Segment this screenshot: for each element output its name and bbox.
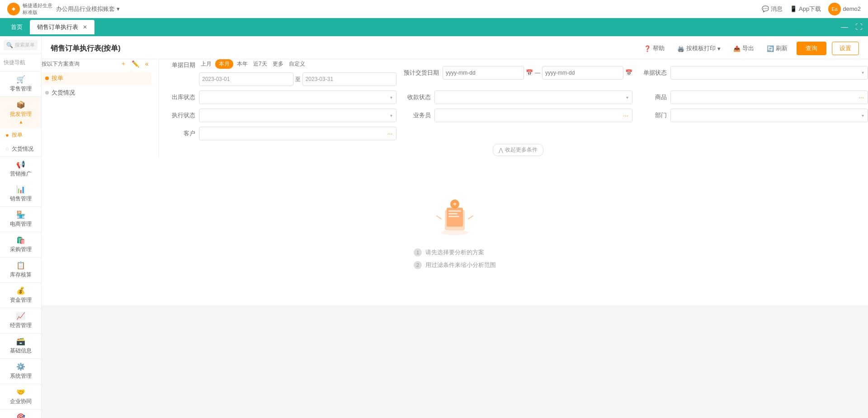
wholesale-icon: 📦 [16, 100, 25, 109]
bill-date-to-input[interactable] [302, 72, 397, 86]
bill-date-label: 单据日期 [168, 61, 195, 69]
date-last-month[interactable]: 上月 [199, 59, 213, 69]
edit-scheme-button[interactable]: ✏️ [131, 59, 140, 68]
expected-date-to-input[interactable] [542, 66, 623, 80]
filter-left: 按以下方案查询 ＋ ✏️ « 按单 [42, 59, 159, 158]
department-select[interactable]: ▾ [670, 109, 868, 122]
hint-num-1: 1 [414, 248, 422, 256]
print-button[interactable]: 🖨️ 按模板打印 ▾ [674, 43, 724, 54]
tab-home[interactable]: 首页 [4, 20, 30, 34]
sidebar-item-purchase[interactable]: 🛍️ 采购管理 [0, 232, 41, 257]
delivery-status-select[interactable]: ▾ [199, 90, 396, 104]
date-last-7[interactable]: 近7天 [251, 59, 269, 69]
svg-point-1 [441, 230, 468, 235]
goods-multi-select-icon[interactable]: ··· [859, 94, 864, 101]
collapse-row: ⋀ 收起更多条件 [168, 140, 868, 158]
filter-left-header: 按以下方案查询 ＋ ✏️ « [42, 59, 151, 68]
query-button[interactable]: 查询 [797, 42, 826, 55]
department-dropdown-icon: ▾ [862, 113, 864, 118]
help-button[interactable]: ❓ 帮助 [640, 43, 668, 54]
empty-illustration [432, 194, 477, 239]
date-custom[interactable]: 自定义 [287, 59, 307, 69]
receipt-status-field: 收款状态 ▾ [404, 90, 632, 104]
scheme-item-debt[interactable]: 欠货情况 [42, 86, 151, 99]
bill-date-range-row: 至 [168, 72, 396, 86]
scheme-dot-debt [45, 91, 49, 95]
add-scheme-button[interactable]: ＋ [119, 59, 128, 68]
calendar-to-icon[interactable]: 📅 [625, 69, 632, 76]
app-download-button[interactable]: 📱 App下载 [790, 5, 821, 13]
date-more[interactable]: 更多 [271, 59, 285, 69]
customer-multi-select-icon[interactable]: ··· [387, 130, 393, 137]
message-button[interactable]: 💬 消息 [762, 5, 783, 13]
receipt-status-dropdown-icon: ▾ [626, 95, 628, 100]
sidebar-item-basics[interactable]: 🗃️ 基础信息 [0, 333, 41, 358]
bill-status-select[interactable]: ▾ [670, 66, 868, 80]
receipt-status-select[interactable]: ▾ [434, 90, 632, 104]
date-range-separator: 至 [295, 76, 301, 83]
page-selector[interactable]: 办公用品行业模拟账套 ▾ [56, 5, 120, 13]
marketing-icon: 📢 [16, 160, 25, 169]
order-dot-icon: ● [5, 132, 9, 138]
finance-icon: 💰 [16, 286, 25, 295]
submenu-item-order[interactable]: ● 按单 [0, 128, 41, 142]
refresh-button[interactable]: 🔄 刷新 [763, 43, 791, 54]
salesperson-input-container[interactable]: ··· [434, 109, 632, 122]
sidebar-item-inventory[interactable]: 📋 库存核算 [0, 257, 41, 282]
sidebar-item-finance[interactable]: 💰 资金管理 [0, 283, 41, 308]
avatar: Ea [828, 3, 841, 15]
tab-minimize-button[interactable]: — [839, 22, 850, 33]
sidebar-item-enterprise[interactable]: 🤝 企业协同 [0, 384, 41, 409]
department-label: 部门 [640, 111, 667, 119]
calendar-from-icon[interactable]: 📅 [526, 69, 533, 76]
svg-rect-5 [448, 213, 458, 214]
main-layout: 🔍 搜索菜单 快捷导航 🛒 零售管理 📦 批发管理 ▲ ● 按单 [0, 36, 868, 418]
quick-nav[interactable]: 快捷导航 [0, 54, 41, 71]
filter-section: 按以下方案查询 ＋ ✏️ « 按单 [42, 59, 868, 158]
salesperson-multi-select-icon[interactable]: ··· [623, 112, 628, 119]
collapse-scheme-button[interactable]: « [142, 59, 151, 68]
sidebar-item-marketing[interactable]: 📢 营销推广 [0, 157, 41, 181]
tab-maximize-button[interactable]: ⛶ [854, 22, 864, 33]
sidebar-group-operations: 📈 经营管理 [0, 308, 41, 333]
page-header: 销售订单执行表(按单) ❓ 帮助 🖨️ 按模板打印 ▾ 📤 导出 [42, 36, 868, 59]
tabs-container: 首页 销售订单执行表 ✕ [4, 18, 94, 36]
sidebar-item-retail[interactable]: 🛒 零售管理 [0, 71, 41, 96]
sidebar-item-newbie[interactable]: 🎯 新手引导 [0, 409, 41, 418]
filter-grid: 单据日期 上月 本月 本年 近7天 更多 自定义 [168, 59, 868, 140]
bill-date-range: 至 [199, 72, 396, 86]
customer-field: 客户 ··· [168, 127, 396, 140]
exec-status-select[interactable]: ▾ [199, 109, 396, 122]
user-menu[interactable]: Ea demo2 [828, 3, 861, 15]
sidebar-group-inventory: 📋 库存核算 [0, 257, 41, 283]
sidebar-item-sales-mgmt[interactable]: 📊 销售管理 [0, 181, 41, 206]
page-title: 销售订单执行表(按单) [51, 44, 121, 53]
sidebar-item-system[interactable]: ⚙️ 系统管理 [0, 359, 41, 384]
settings-button[interactable]: 设置 [832, 42, 859, 55]
sidebar-item-operations[interactable]: 📈 经营管理 [0, 308, 41, 333]
scheme-item-order[interactable]: 按单 [42, 72, 151, 85]
chevron-down-icon: ▾ [117, 5, 120, 12]
bill-date-from-input[interactable] [199, 72, 293, 86]
expected-date-from-input[interactable] [443, 66, 524, 80]
delivery-status-field: 出库状态 ▾ [168, 90, 396, 104]
sidebar-item-ecommerce[interactable]: 🏪 电商管理 [0, 207, 41, 232]
export-button[interactable]: 📤 导出 [730, 43, 758, 54]
date-this-month[interactable]: 本月 [215, 59, 233, 69]
sidebar-group-purchase: 🛍️ 采购管理 [0, 232, 41, 257]
submenu-item-debt[interactable]: ○ 欠货情况 [0, 142, 41, 156]
tab-sales-order[interactable]: 销售订单执行表 ✕ [30, 20, 94, 34]
collapse-button[interactable]: ⋀ 收起更多条件 [493, 144, 543, 156]
date-this-year[interactable]: 本年 [235, 59, 250, 69]
message-icon: 💬 [762, 5, 769, 12]
date-quick-options: 上月 本月 本年 近7天 更多 自定义 [199, 59, 307, 69]
retail-icon: 🛒 [16, 75, 25, 84]
goods-input-container[interactable]: ··· [670, 90, 868, 104]
operations-icon: 📈 [16, 312, 25, 320]
tab-close-icon[interactable]: ✕ [83, 24, 87, 30]
sidebar-search[interactable]: 🔍 搜索菜单 [0, 36, 41, 54]
search-icon: 🔍 [6, 42, 13, 48]
customer-input-container[interactable]: ··· [199, 127, 396, 140]
sidebar-item-wholesale[interactable]: 📦 批发管理 ▲ [0, 97, 41, 128]
scheme-list: 按单 欠货情况 [42, 72, 151, 99]
